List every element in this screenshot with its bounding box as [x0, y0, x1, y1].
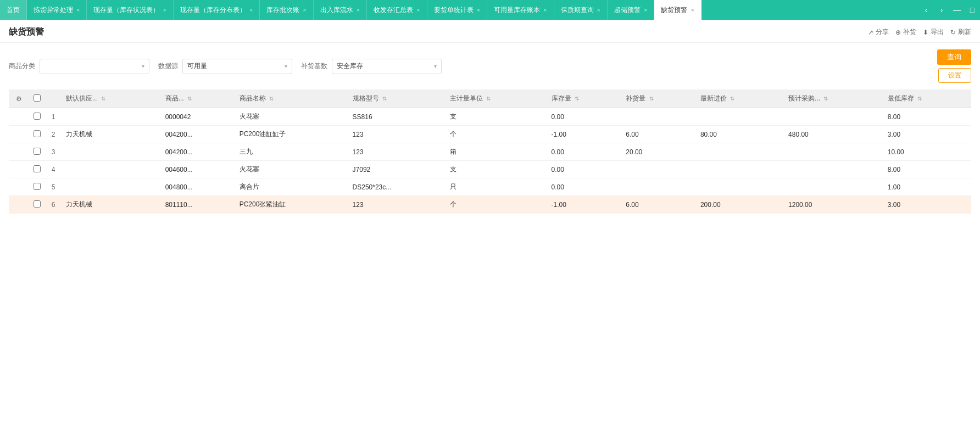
window-restore[interactable]: □	[965, 0, 980, 20]
col-default-supplier[interactable]: 默认供应... ⇅	[62, 89, 161, 108]
col-unit[interactable]: 主计量单位 ⇅	[446, 89, 547, 108]
row-supplier-1: 力天机械	[62, 126, 161, 143]
col-min-stock[interactable]: 最低库存 ⇅	[883, 89, 971, 108]
header-actions: ↗ 分享 ⊕ 补货 ⬇ 导出 ↻ 刷新	[868, 27, 971, 37]
tab-expiry-close[interactable]: ×	[597, 7, 600, 13]
tab-stock-dist-close[interactable]: ×	[249, 7, 253, 13]
row-checkbox-0[interactable]	[34, 113, 41, 120]
table-row: 2 力天机械 004200... PC200油缸缸子 123 个 -1.00 6…	[9, 126, 971, 143]
col-replenish-qty[interactable]: 补货量 ⇅	[621, 89, 696, 108]
row-checkbox-cell-1	[29, 126, 45, 143]
table-row: 1 0000042 火花塞 SS816 支 0.00 8.00	[9, 108, 971, 126]
tab-flow-close[interactable]: ×	[357, 7, 360, 13]
col-est-purchase-sort: ⇅	[823, 96, 828, 102]
export-button[interactable]: ⬇ 导出	[923, 27, 944, 37]
col-spec-sort: ⇅	[382, 96, 387, 102]
row-min-stock-1: 3.00	[883, 126, 971, 143]
replenish-button[interactable]: ⊕ 补货	[895, 27, 916, 37]
col-stock[interactable]: 库存量 ⇅	[547, 89, 622, 108]
datasource-filter-group: 数据源 可用量 ▾	[158, 59, 292, 74]
row-est-purchase-2	[784, 143, 883, 161]
tab-available-close[interactable]: ×	[543, 7, 547, 13]
tab-batch[interactable]: 库存批次账 ×	[260, 0, 313, 20]
datasource-select-arrow: ▾	[285, 63, 287, 69]
col-spec[interactable]: 规格型号 ⇅	[348, 89, 446, 108]
tab-order-stat[interactable]: 要货单统计表 ×	[427, 0, 487, 20]
tab-stock-dist[interactable]: 现存量（库存分布表） ×	[174, 0, 260, 20]
row-checkbox-cell-5	[29, 196, 45, 214]
tab-home[interactable]: 首页	[0, 0, 27, 20]
tab-picking[interactable]: 拣货异常处理 ×	[27, 0, 87, 20]
tab-summary[interactable]: 收发存汇总表 ×	[367, 0, 427, 20]
col-product-name[interactable]: 商品名称 ⇅	[235, 89, 348, 108]
page-header: 缺货预警 ↗ 分享 ⊕ 补货 ⬇ 导出 ↻ 刷新	[0, 20, 980, 43]
row-est-purchase-4	[784, 178, 883, 196]
row-name-1: PC200油缸缸子	[235, 126, 348, 143]
row-name-5: PC200张紧油缸	[235, 196, 348, 214]
tab-flow-label: 出入库流水	[320, 5, 353, 15]
tab-picking-label: 拣货异常处理	[34, 5, 73, 15]
tab-overstock-label: 超储预警	[614, 5, 641, 15]
row-checkbox-2[interactable]	[34, 148, 41, 155]
col-est-purchase[interactable]: 预计采购... ⇅	[784, 89, 883, 108]
row-checkbox-5[interactable]	[34, 200, 41, 208]
row-spec-1: 123	[348, 126, 446, 143]
row-checkbox-3[interactable]	[34, 165, 41, 172]
window-minimize[interactable]: —	[949, 0, 965, 20]
tab-order-stat-label: 要货单统计表	[434, 5, 474, 15]
row-checkbox-1[interactable]	[34, 130, 41, 137]
tab-flow[interactable]: 出入库流水 ×	[314, 0, 367, 20]
datasource-select-value: 可用量	[187, 61, 207, 71]
tab-available[interactable]: 可用量库存账本 ×	[487, 0, 554, 20]
row-replenish-3	[621, 161, 696, 178]
tab-expiry[interactable]: 保质期查询 ×	[554, 0, 608, 20]
tab-nav-right[interactable]: ›	[934, 0, 949, 20]
table-header-row: ⚙ 默认供应... ⇅ 商品... ⇅ 商品名称	[9, 89, 971, 108]
tab-stock-status[interactable]: 现存量（库存状况表） ×	[87, 0, 173, 20]
row-gear-0	[9, 108, 29, 126]
col-stock-label: 库存量	[552, 94, 571, 102]
col-latest-price-label: 最新进价	[700, 94, 727, 102]
category-select[interactable]: ▾	[40, 59, 149, 74]
row-checkbox-4[interactable]	[34, 183, 41, 190]
row-checkbox-cell-3	[29, 161, 45, 178]
row-code-4: 004800...	[161, 178, 235, 196]
tab-shortage[interactable]: 缺货预警 ×	[654, 0, 701, 20]
row-num-5: 6	[45, 196, 62, 214]
replenish-base-filter-group: 补货基数 安全库存 ▾	[301, 59, 442, 74]
tab-picking-close[interactable]: ×	[76, 7, 80, 13]
tab-order-stat-close[interactable]: ×	[477, 7, 480, 13]
row-supplier-0	[62, 108, 161, 126]
row-gear-2	[9, 143, 29, 161]
query-button[interactable]: 查询	[937, 49, 971, 65]
row-spec-5: 123	[348, 196, 446, 214]
col-latest-price[interactable]: 最新进价 ⇅	[696, 89, 784, 108]
col-num	[45, 89, 62, 108]
refresh-button[interactable]: ↻ 刷新	[950, 27, 971, 37]
tab-stock-status-close[interactable]: ×	[163, 7, 166, 13]
replenish-base-select[interactable]: 安全库存 ▾	[332, 59, 442, 74]
row-replenish-0	[621, 108, 696, 126]
tab-summary-close[interactable]: ×	[416, 7, 420, 13]
col-replenish-qty-label: 补货量	[626, 94, 645, 102]
row-gear-5	[9, 196, 29, 214]
table-row: 6 力天机械 801110... PC200张紧油缸 123 个 -1.00 6…	[9, 196, 971, 214]
col-product-code[interactable]: 商品... ⇅	[161, 89, 235, 108]
page-title: 缺货预警	[9, 26, 868, 38]
gear-icon[interactable]: ⚙	[16, 95, 22, 103]
row-name-3: 火花塞	[235, 161, 348, 178]
tab-nav-left[interactable]: ‹	[918, 0, 934, 20]
tab-shortage-label: 缺货预警	[661, 5, 687, 15]
settings-button[interactable]: 设置	[938, 68, 971, 83]
tab-overstock-close[interactable]: ×	[644, 7, 647, 13]
tab-shortage-close[interactable]: ×	[691, 7, 694, 13]
tab-batch-close[interactable]: ×	[303, 7, 306, 13]
share-button[interactable]: ↗ 分享	[868, 27, 889, 37]
row-spec-0: SS816	[348, 108, 446, 126]
select-all-checkbox[interactable]	[34, 94, 41, 102]
export-label: 导出	[931, 27, 944, 37]
tab-overstock[interactable]: 超储预警 ×	[608, 0, 654, 20]
replenish-icon: ⊕	[895, 29, 901, 36]
col-stock-sort: ⇅	[575, 96, 579, 102]
datasource-select[interactable]: 可用量 ▾	[182, 59, 292, 74]
